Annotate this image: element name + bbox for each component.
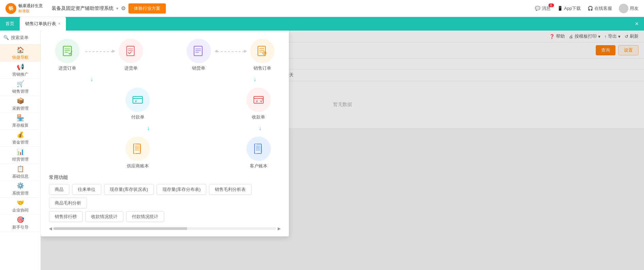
inventory-icon: 🏪 <box>17 114 24 122</box>
func-buttons-row-1: 商品 往来单位 现存量(库存状况表) 现存量(库存分布表) 销售毛利分析表 商品… <box>49 184 281 209</box>
svg-rect-30 <box>140 145 141 152</box>
svg-rect-21 <box>254 96 263 103</box>
tab-sales-order-execution[interactable]: 销售订单执行表 × <box>20 17 66 31</box>
common-functions-title: 常用功能 <box>49 175 281 181</box>
down-arrows-row-2: ↓ ↓ <box>49 126 281 131</box>
sales-bill-icon <box>187 39 211 63</box>
scroll-track[interactable] <box>53 227 276 230</box>
receipt-bill-icon: ¥ <box>246 88 271 112</box>
func-btn-product-gross[interactable]: 商品毛利分析 <box>49 198 87 209</box>
message-badge: 6 <box>549 3 554 7</box>
common-functions: 常用功能 商品 往来单位 现存量(库存状况表) 现存量(库存分布表) 销售毛利分… <box>49 175 281 222</box>
purchase-bill-label: 进货单 <box>124 65 138 71</box>
close-window-button[interactable]: × <box>629 17 644 31</box>
app-download-button[interactable]: 📱 App下载 <box>557 5 581 12</box>
svg-rect-18 <box>133 96 142 103</box>
node-payment-bill[interactable]: ¥ 付款单 <box>116 88 160 120</box>
down-arrow-sales-bill: ↓ <box>231 77 279 84</box>
newbie-icon: 🎯 <box>17 216 24 223</box>
sidebar-item-basic-info[interactable]: 📋 基础信息 <box>0 164 40 181</box>
svg-rect-4 <box>127 46 134 56</box>
message-button[interactable]: 💬 消息 6 <box>535 5 551 12</box>
sales-icon: 🛒 <box>17 80 24 88</box>
popup-scrollbar: ◀ ▶ <box>49 226 281 231</box>
arrow-to-purchase-bill <box>85 51 112 59</box>
flow-row-2: ¥ 付款单 ¥ <box>49 88 281 120</box>
func-btn-payment-stats[interactable]: 付款情况统计 <box>126 211 164 222</box>
func-btn-sales-ranking[interactable]: 销售排行榜 <box>49 211 83 222</box>
sidebar-item-system[interactable]: ⚙️ 系统管理 <box>0 181 40 198</box>
node-purchase-bill[interactable]: 进货单 <box>112 39 149 71</box>
func-btn-sales-gross[interactable]: 销售毛利分析表 <box>209 184 251 195</box>
purchase-order-label: 进货订单 <box>58 65 76 71</box>
phone-icon: 📱 <box>557 6 563 11</box>
func-btn-receipt-stats[interactable]: 收款情况统计 <box>85 211 123 222</box>
node-purchase-order[interactable]: 进货订单 <box>49 39 85 71</box>
search-icon: 🔍 <box>3 35 9 40</box>
purchase-bill-icon <box>119 39 143 63</box>
sales-bill-label: 销货单 <box>192 65 205 71</box>
sales-order-icon <box>250 39 275 63</box>
settings-button[interactable]: ⚙ <box>121 5 126 12</box>
sidebar-item-finance[interactable]: 💰 资金管理 <box>0 130 40 147</box>
logo-text: 畅康通好生意 标准版 <box>18 3 43 14</box>
tabs-bar: 首页 销售订单执行表 × × <box>0 17 644 31</box>
basic-info-icon: 📋 <box>17 165 24 173</box>
sidebar-item-purchase[interactable]: 📦 采购管理 <box>0 96 40 113</box>
supplier-ledger-icon <box>125 137 150 161</box>
func-btn-product[interactable]: 商品 <box>49 184 69 195</box>
func-btn-inventory-dist[interactable]: 现存量(库存分布表) <box>157 184 207 195</box>
marketing-icon: 📢 <box>17 63 24 71</box>
scroll-right-button[interactable]: ▶ <box>278 226 281 231</box>
sidebar-item-sales[interactable]: 🛒 销售管理 <box>0 79 40 96</box>
svg-text:¥: ¥ <box>135 100 137 103</box>
func-btn-inventory-status[interactable]: 现存量(库存状况表) <box>104 184 154 195</box>
flow-row-1: 进货订单 <box>49 39 281 71</box>
logo-area: 畅 畅康通好生意 标准版 <box>5 3 46 14</box>
purchase-icon: 📦 <box>17 97 24 105</box>
system-title-area: 装备及固定资产辅助管理系统 ▾ ⚙ 体验行业方案 <box>52 3 535 14</box>
home-icon: 🏠 <box>17 46 24 54</box>
customer-ledger-icon <box>246 137 271 161</box>
experience-button[interactable]: 体验行业方案 <box>128 3 166 14</box>
node-sales-order[interactable]: 销售订单 <box>244 39 281 71</box>
system-title: 装备及固定资产辅助管理系统 <box>52 5 114 12</box>
online-service-button[interactable]: 🎧 在线客服 <box>588 5 612 12</box>
sales-order-label: 销售订单 <box>254 65 271 71</box>
svg-text:¥: ¥ <box>256 100 258 103</box>
flow-row-3: 供应商账本 <box>49 137 281 169</box>
sidebar-item-operations[interactable]: 📊 经营管理 <box>0 147 40 164</box>
main-layout: 🔍 搜索菜单 🏠 快捷导航 📢 营销推广 🛒 销售管理 📦 采购管理 🏪 库存核… <box>0 31 644 270</box>
sidebar-item-inventory[interactable]: 🏪 库存核算 <box>0 113 40 130</box>
node-sales-bill[interactable]: 销货单 <box>180 39 217 71</box>
sidebar-item-marketing[interactable]: 📢 营销推广 <box>0 62 40 79</box>
sidebar-item-newbie[interactable]: 🎯 新手引导 <box>0 215 40 232</box>
arrow-from-sales-order <box>217 51 244 59</box>
tab-close-button[interactable]: × <box>58 21 60 26</box>
down-arrow-receipt: ↓ <box>240 126 281 132</box>
node-supplier-ledger[interactable]: 供应商账本 <box>116 137 160 169</box>
system-icon: ⚙️ <box>17 182 24 190</box>
header: 畅 畅康通好生意 标准版 装备及固定资产辅助管理系统 ▾ ⚙ 体验行业方案 💬 … <box>0 0 644 17</box>
sidebar-item-cooperation[interactable]: 🤝 企业协同 <box>0 198 40 215</box>
func-buttons-row-2: 销售排行榜 收款情况统计 付款情况统计 <box>49 211 281 222</box>
customer-ledger-label: 客户账本 <box>250 163 267 169</box>
supplier-ledger-label: 供应商账本 <box>127 163 149 169</box>
user-menu[interactable]: 用友 <box>619 4 639 13</box>
message-icon: 💬 <box>535 6 540 11</box>
sidebar-item-quick-nav[interactable]: 🏠 快捷导航 <box>0 45 40 62</box>
popup-overlay: 进货订单 <box>41 31 644 270</box>
payment-bill-icon: ¥ <box>125 88 150 112</box>
finance-icon: 💰 <box>17 131 24 139</box>
func-btn-contacts[interactable]: 往来单位 <box>72 184 101 195</box>
search-menu[interactable]: 🔍 搜索菜单 <box>0 31 40 45</box>
tab-home[interactable]: 首页 <box>0 17 20 31</box>
down-arrow-payment: ↓ <box>128 126 169 132</box>
node-customer-ledger[interactable]: 客户账本 <box>236 137 281 169</box>
node-receipt-bill[interactable]: ¥ 收款单 <box>236 88 281 120</box>
scroll-thumb[interactable] <box>53 227 187 230</box>
header-right: 💬 消息 6 📱 App下载 🎧 在线客服 用友 <box>535 4 639 13</box>
dropdown-icon[interactable]: ▾ <box>116 6 118 11</box>
scroll-left-button[interactable]: ◀ <box>49 226 52 231</box>
receipt-bill-label: 收款单 <box>252 114 265 120</box>
